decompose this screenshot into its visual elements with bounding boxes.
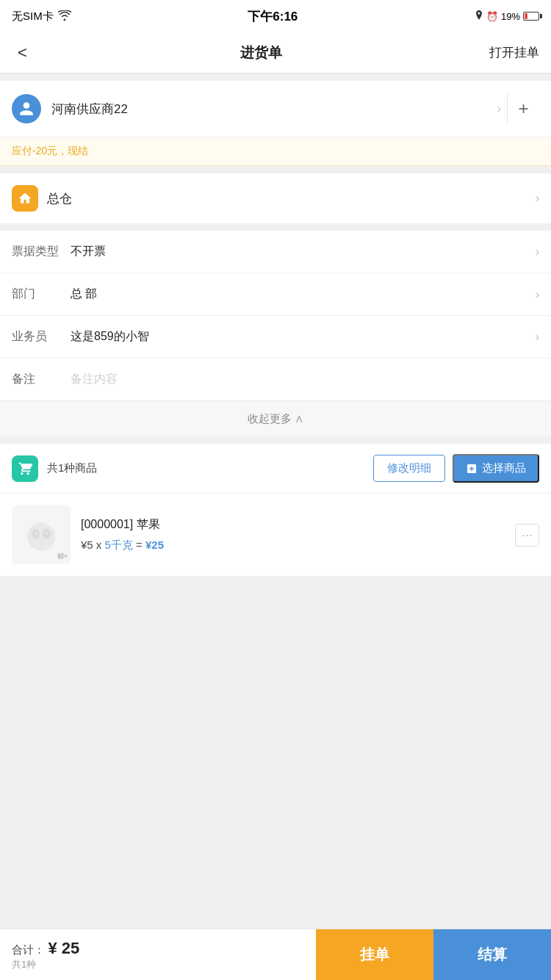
product-price: ¥5 x 5千克 = ¥25 [81, 538, 515, 552]
total-count: 共1种 [12, 958, 304, 971]
product-item: 鲸+ [0000001] 苹果 ¥5 x 5千克 = ¥25 ··· [0, 494, 551, 577]
battery-icon [523, 12, 539, 21]
salesperson-chevron-icon: › [536, 331, 539, 344]
carrier-text: 无SIM卡 [12, 10, 54, 24]
warehouse-name: 总仓 [47, 190, 530, 207]
warehouse-icon [12, 185, 38, 212]
hang-button[interactable]: 挂单 [316, 929, 433, 980]
product-more-button[interactable]: ··· [515, 524, 539, 547]
status-time: 下午6:16 [248, 8, 298, 25]
products-header: 共1种商品 修改明细 选择商品 [0, 444, 551, 494]
total-section: 合计： ¥ 25 共1种 [0, 929, 316, 980]
separator-1 [0, 73, 551, 81]
supplier-name: 河南供应商22 [51, 101, 491, 118]
bottom-spacer [0, 584, 551, 643]
nav-bar: < 进货单 打开挂单 [0, 32, 551, 73]
supplier-notice: 应付-20元，现结 [0, 137, 551, 166]
invoice-type-row[interactable]: 票据类型 不开票 › [0, 231, 551, 273]
warehouse-card: 总仓 › [0, 173, 551, 223]
department-value: 总 部 [71, 287, 530, 302]
bottom-bar: 合计： ¥ 25 共1种 挂单 结算 [0, 929, 551, 980]
product-title: 苹果 [137, 518, 160, 530]
open-hang-button[interactable]: 打开挂单 [489, 44, 539, 61]
svg-point-5 [35, 533, 37, 535]
svg-point-6 [46, 533, 48, 535]
product-code: [0000001] [81, 518, 137, 530]
total-row: 合计： ¥ 25 [12, 939, 304, 958]
product-name: [0000001] 苹果 [81, 517, 515, 533]
page-title: 进货单 [240, 43, 282, 62]
status-carrier: 无SIM卡 [12, 10, 71, 24]
products-card: 共1种商品 修改明细 选择商品 鲸+ [0, 444, 551, 577]
remark-input[interactable]: 备注内容 [71, 372, 539, 387]
select-product-button[interactable]: 选择商品 [453, 454, 539, 483]
location-icon [475, 10, 483, 23]
warehouse-chevron-icon: › [536, 192, 539, 205]
alarm-icon: ⏰ [486, 11, 498, 22]
department-row[interactable]: 部门 总 部 › [0, 273, 551, 316]
supplier-row[interactable]: 河南供应商22 › + [0, 81, 551, 137]
products-count: 共1种商品 [47, 461, 373, 475]
products-icon [12, 455, 38, 482]
salesperson-value: 这是859的小智 [71, 329, 530, 345]
salesperson-label: 业务员 [12, 329, 71, 345]
invoice-chevron-icon: › [536, 245, 539, 259]
warehouse-row[interactable]: 总仓 › [0, 173, 551, 223]
back-button[interactable]: < [12, 37, 33, 68]
remark-label: 备注 [12, 372, 71, 387]
salesperson-row[interactable]: 业务员 这是859的小智 › [0, 316, 551, 359]
collapse-button[interactable]: 收起更多 ∧ [0, 401, 551, 436]
product-eq: = [136, 538, 145, 551]
total-value: ¥ 25 [48, 939, 79, 957]
product-quantity: 5千克 [105, 538, 133, 551]
modify-detail-button[interactable]: 修改明细 [373, 455, 445, 482]
form-card: 票据类型 不开票 › 部门 总 部 › 业务员 这是859的小智 › 备注 备注… [0, 231, 551, 436]
product-unit-price: ¥5 x [81, 538, 105, 551]
status-bar: 无SIM卡 下午6:16 ⏰ 19% [0, 0, 551, 32]
wifi-icon [58, 10, 71, 23]
supplier-avatar [12, 94, 41, 123]
department-chevron-icon: › [536, 288, 539, 301]
checkout-button[interactable]: 结算 [433, 929, 551, 980]
supplier-card: 河南供应商22 › + 应付-20元，现结 [0, 81, 551, 166]
invoice-type-label: 票据类型 [12, 244, 71, 259]
status-right: ⏰ 19% [475, 10, 539, 23]
total-label: 合计： [12, 943, 45, 956]
department-label: 部门 [12, 287, 71, 302]
product-info: [0000001] 苹果 ¥5 x 5千克 = ¥25 [81, 517, 515, 552]
battery-percent: 19% [501, 11, 520, 22]
select-product-label: 选择商品 [482, 461, 526, 475]
invoice-type-value: 不开票 [71, 244, 530, 259]
product-thumbnail: 鲸+ [12, 505, 71, 564]
remark-row[interactable]: 备注 备注内容 [0, 359, 551, 401]
supplier-chevron-icon: › [497, 102, 501, 115]
add-supplier-button[interactable]: + [507, 93, 539, 125]
product-total: ¥25 [145, 538, 164, 551]
